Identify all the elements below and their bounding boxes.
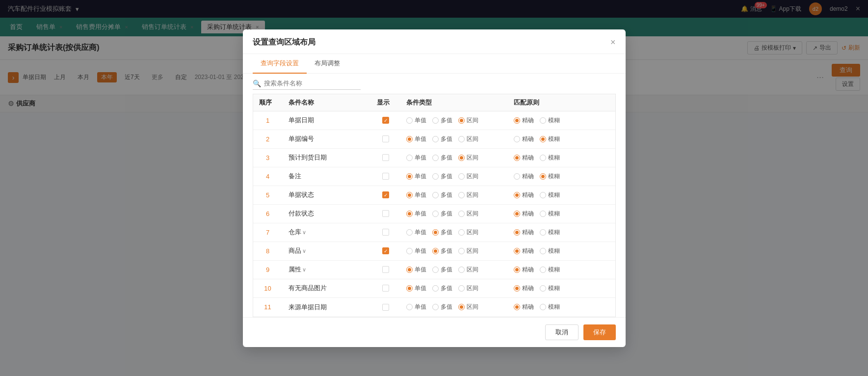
dropdown-arrow-icon[interactable]: ∨ <box>302 267 306 273</box>
row-name-9: 有无商品图片 <box>283 281 371 295</box>
radio-type-多值-0[interactable]: 多值 <box>432 116 452 125</box>
save-button[interactable]: 保存 <box>583 324 616 340</box>
radio-match-模糊-4[interactable]: 模糊 <box>540 191 560 199</box>
radio-type-区间-6[interactable]: 区间 <box>458 228 478 237</box>
radio-type-区间-8[interactable]: 区间 <box>458 266 478 274</box>
radio-circle-icon <box>540 117 546 124</box>
radio-match-精确-8[interactable]: 精确 <box>514 266 534 274</box>
radio-circle-icon <box>406 192 413 198</box>
radio-label: 区间 <box>467 303 478 311</box>
table-row: 6付款状态单值多值区间精确模糊 <box>253 205 615 223</box>
radio-match-模糊-10[interactable]: 模糊 <box>540 303 560 311</box>
radio-match-精确-0[interactable]: 精确 <box>514 116 534 125</box>
row-order-6: 7 <box>253 226 283 239</box>
radio-match-模糊-0[interactable]: 模糊 <box>540 116 560 125</box>
radio-match-模糊-3[interactable]: 模糊 <box>540 172 560 181</box>
dropdown-arrow-icon[interactable]: ∨ <box>302 248 306 254</box>
radio-circle-icon <box>458 173 465 180</box>
radio-match-精确-3[interactable]: 精确 <box>514 172 534 181</box>
dropdown-arrow-icon[interactable]: ∨ <box>302 229 306 236</box>
radio-type-多值-3[interactable]: 多值 <box>432 172 452 181</box>
row-checkbox-0[interactable] <box>382 117 389 124</box>
radio-label: 模糊 <box>548 191 560 199</box>
radio-circle-icon <box>458 155 465 161</box>
radio-match-精确-5[interactable]: 精确 <box>514 210 534 218</box>
radio-circle-icon <box>432 229 439 236</box>
header-match: 匹配原则 <box>508 98 615 107</box>
radio-match-模糊-8[interactable]: 模糊 <box>540 266 560 274</box>
radio-match-模糊-9[interactable]: 模糊 <box>540 284 560 293</box>
row-checkbox-4[interactable] <box>382 191 389 198</box>
row-checkbox-5[interactable] <box>382 210 389 217</box>
radio-type-区间-7[interactable]: 区间 <box>458 247 478 255</box>
dialog-close-button[interactable]: × <box>610 38 616 47</box>
radio-type-单值-2[interactable]: 单值 <box>406 154 426 162</box>
radio-match-精确-2[interactable]: 精确 <box>514 154 534 162</box>
radio-type-多值-8[interactable]: 多值 <box>432 266 452 274</box>
radio-label: 多值 <box>441 172 452 181</box>
radio-type-多值-5[interactable]: 多值 <box>432 210 452 218</box>
row-checkbox-1[interactable] <box>382 135 389 142</box>
radio-match-模糊-7[interactable]: 模糊 <box>540 247 560 255</box>
cancel-button[interactable]: 取消 <box>545 324 579 340</box>
radio-match-精确-9[interactable]: 精确 <box>514 284 534 293</box>
table-row: 2单据编号单值多值区间精确模糊 <box>253 130 615 149</box>
row-checkbox-10[interactable] <box>382 304 389 311</box>
radio-type-单值-0[interactable]: 单值 <box>406 116 426 125</box>
tab-query-fields[interactable]: 查询字段设置 <box>253 54 307 74</box>
row-name-2: 预计到货日期 <box>283 150 371 165</box>
radio-match-精确-7[interactable]: 精确 <box>514 247 534 255</box>
radio-type-区间-0[interactable]: 区间 <box>458 116 478 125</box>
radio-type-单值-1[interactable]: 单值 <box>406 135 426 143</box>
radio-type-单值-10[interactable]: 单值 <box>406 303 426 311</box>
radio-label: 模糊 <box>548 210 560 218</box>
radio-type-区间-5[interactable]: 区间 <box>458 210 478 218</box>
table-row: 7仓库 ∨单值多值区间精确模糊 <box>253 223 615 242</box>
search-input[interactable] <box>264 80 361 87</box>
row-type-cell-1: 单值多值区间 <box>400 132 508 146</box>
radio-type-单值-9[interactable]: 单值 <box>406 284 426 293</box>
radio-match-模糊-6[interactable]: 模糊 <box>540 228 560 237</box>
radio-type-单值-7[interactable]: 单值 <box>406 247 426 255</box>
radio-type-多值-2[interactable]: 多值 <box>432 154 452 162</box>
radio-type-单值-6[interactable]: 单值 <box>406 228 426 237</box>
search-box: 🔍 <box>253 80 361 90</box>
row-checkbox-cell-1 <box>371 133 400 145</box>
radio-type-多值-9[interactable]: 多值 <box>432 284 452 293</box>
radio-type-多值-10[interactable]: 多值 <box>432 303 452 311</box>
radio-type-多值-1[interactable]: 多值 <box>432 135 452 143</box>
radio-type-区间-4[interactable]: 区间 <box>458 191 478 199</box>
radio-type-单值-3[interactable]: 单值 <box>406 172 426 181</box>
radio-type-多值-7[interactable]: 多值 <box>432 247 452 255</box>
radio-match-模糊-5[interactable]: 模糊 <box>540 210 560 218</box>
row-checkbox-6[interactable] <box>382 229 389 236</box>
radio-circle-icon <box>514 248 520 254</box>
tab-layout-adjust[interactable]: 布局调整 <box>307 54 348 74</box>
row-checkbox-cell-9 <box>371 282 400 295</box>
radio-type-多值-4[interactable]: 多值 <box>432 191 452 199</box>
radio-type-多值-6[interactable]: 多值 <box>432 228 452 237</box>
radio-match-精确-1[interactable]: 精确 <box>514 135 534 143</box>
row-checkbox-7[interactable] <box>382 247 389 254</box>
radio-circle-icon <box>458 192 465 198</box>
radio-match-精确-6[interactable]: 精确 <box>514 228 534 237</box>
row-checkbox-8[interactable] <box>382 266 389 273</box>
radio-match-模糊-2[interactable]: 模糊 <box>540 154 560 162</box>
radio-type-单值-8[interactable]: 单值 <box>406 266 426 274</box>
radio-label: 单值 <box>415 154 426 162</box>
radio-match-精确-10[interactable]: 精确 <box>514 303 534 311</box>
radio-match-精确-4[interactable]: 精确 <box>514 191 534 199</box>
radio-type-单值-4[interactable]: 单值 <box>406 191 426 199</box>
row-checkbox-9[interactable] <box>382 285 389 292</box>
row-order-2: 3 <box>253 151 283 164</box>
radio-type-区间-10[interactable]: 区间 <box>458 303 478 311</box>
row-checkbox-3[interactable] <box>382 173 389 180</box>
radio-type-区间-9[interactable]: 区间 <box>458 284 478 293</box>
radio-type-区间-1[interactable]: 区间 <box>458 135 478 143</box>
dialog-tabs: 查询字段设置 布局调整 <box>243 54 626 74</box>
radio-match-模糊-1[interactable]: 模糊 <box>540 135 560 143</box>
radio-type-区间-3[interactable]: 区间 <box>458 172 478 181</box>
row-checkbox-2[interactable] <box>382 154 389 161</box>
radio-type-单值-5[interactable]: 单值 <box>406 210 426 218</box>
radio-type-区间-2[interactable]: 区间 <box>458 154 478 162</box>
